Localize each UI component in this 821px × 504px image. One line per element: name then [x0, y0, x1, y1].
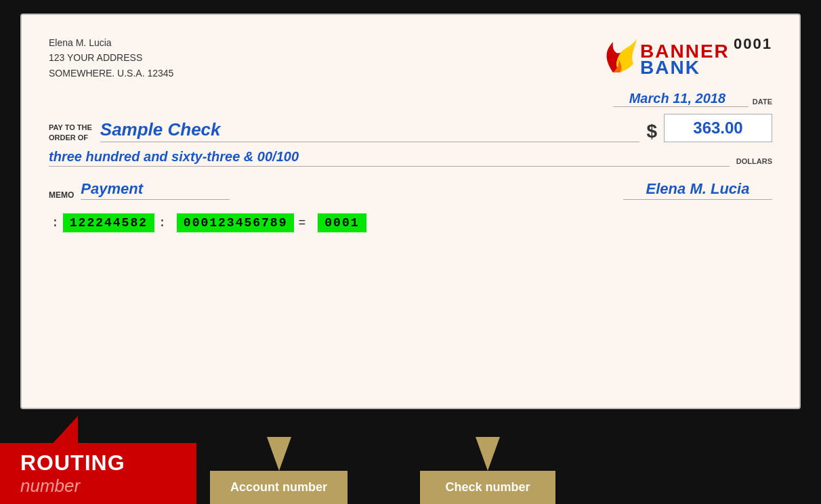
micr-close-symbol: :	[159, 216, 167, 230]
micr-open-symbol: :	[51, 216, 60, 230]
check-header: Elena M. Lucia 123 YOUR ADDRESS SOMEWHER…	[49, 35, 772, 82]
check-number-top: 0001	[734, 35, 772, 53]
dollar-sign: $	[646, 121, 657, 142]
payto-name: Sample Check	[100, 119, 640, 142]
payto-label: PAY TO THE ORDER OF	[49, 123, 92, 142]
micr-equals-symbol: =	[298, 216, 307, 230]
check-label-wrapper: Check number	[420, 437, 555, 504]
date-row: March 11, 2018 DATE	[49, 91, 772, 107]
account-holder-info: Elena M. Lucia 123 YOUR ADDRESS SOMEWHER…	[49, 35, 596, 81]
account-arrow	[267, 437, 291, 471]
micr-line: : 122244582 : 000123456789 = 0001	[49, 213, 772, 232]
check-arrow	[476, 437, 500, 471]
account-number-label: Account number	[210, 471, 348, 504]
written-amount: three hundred and sixty-three & 00/100	[49, 149, 730, 167]
bottom-section: ROUTING number Account number Check numb…	[0, 409, 821, 504]
check-background: 0001 Elena M. Lucia 123 YOUR ADDRESS SOM…	[20, 14, 801, 409]
amount-box: 363.00	[664, 114, 772, 142]
written-amount-row: three hundred and sixty-three & 00/100 D…	[49, 149, 772, 167]
routing-red-bg: ROUTING number	[0, 443, 196, 504]
account-holder-address1: 123 YOUR ADDRESS	[49, 50, 596, 65]
routing-box: ROUTING number	[0, 409, 196, 504]
account-holder-name: Elena M. Lucia	[49, 35, 596, 50]
date-value: March 11, 2018	[613, 91, 749, 107]
memo-value: Payment	[81, 180, 230, 200]
memo-label: MEMO	[49, 190, 74, 200]
routing-subtitle: number	[20, 476, 196, 497]
date-label: DATE	[753, 98, 772, 106]
account-holder-address2: SOMEWHERE. U.S.A. 12345	[49, 66, 596, 81]
routing-title: ROUTING	[20, 450, 196, 476]
micr-account: 000123456789	[177, 213, 295, 232]
account-label-wrapper: Account number	[210, 437, 348, 504]
svg-text:BANK: BANK	[640, 57, 700, 78]
micr-check: 0001	[318, 213, 366, 232]
signature: Elena M. Lucia	[623, 180, 772, 200]
memo-sig-row: MEMO Payment Elena M. Lucia	[49, 180, 772, 200]
check-number-label: Check number	[420, 471, 555, 504]
dollars-label: DOLLARS	[736, 157, 772, 165]
micr-routing: 122244582	[63, 213, 154, 232]
payto-row: PAY TO THE ORDER OF Sample Check $ 363.0…	[49, 114, 772, 142]
